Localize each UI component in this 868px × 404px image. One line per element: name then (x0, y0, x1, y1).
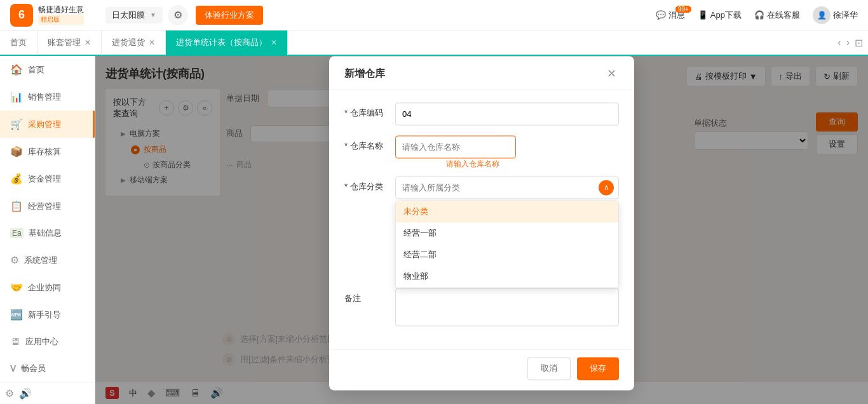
sales-icon: 📊 (10, 91, 23, 103)
avatar: 👤 (813, 6, 831, 24)
operation-icon: 📋 (10, 200, 23, 212)
headset-icon: 🎧 (754, 10, 764, 20)
sidebar-item-home[interactable]: 🏠 首页 (0, 56, 95, 83)
sidebar-label-appcenter: 应用中心 (25, 336, 58, 347)
tab-controls: ‹ › ⊡ (837, 37, 868, 49)
tab-purchase-return-close-icon[interactable]: ✕ (149, 38, 155, 47)
sidebar-label-inventory: 库存核算 (28, 146, 61, 158)
code-input[interactable] (395, 102, 619, 125)
form-row-code: * 仓库编码 (344, 102, 619, 125)
sidebar-item-finance[interactable]: 💰 资金管理 (0, 165, 95, 192)
trial-button[interactable]: 体验行业方案 (196, 6, 263, 25)
tab-purchase-stat-close-icon[interactable]: ✕ (271, 38, 277, 47)
sidebar-sound-icon[interactable]: 🔊 (19, 387, 32, 400)
dropdown-arrow-icon[interactable]: ∧ (599, 180, 614, 195)
purchase-icon: 🛒 (10, 118, 23, 130)
enterprise-icon: 🤝 (10, 281, 23, 293)
guide-icon: 🆕 (10, 309, 23, 321)
modal-title: 新增仓库 (344, 67, 385, 81)
sidebar-item-sales[interactable]: 📊 销售管理 (0, 83, 95, 111)
online-service-item[interactable]: 🎧 在线客服 (754, 10, 800, 21)
modal-body: * 仓库编码 * 仓库名称 请输入仓库名称 * 仓库分类 ∧ (329, 90, 634, 349)
tab-purchase-return[interactable]: 进货退货 ✕ (102, 30, 166, 55)
category-dropdown-list: 未分类 经营一部 经营二部 物业部 (395, 200, 619, 288)
tab-home[interactable]: 首页 (0, 30, 37, 55)
category-label: * 仓库分类 (344, 176, 395, 192)
add-warehouse-modal: 新增仓库 ✕ * 仓库编码 * 仓库名称 请输入仓库名称 (329, 56, 634, 390)
sidebar-item-appcenter[interactable]: 🖥 应用中心 (0, 328, 95, 355)
system-icon: ⚙ (10, 254, 19, 266)
logo-area: 6 畅捷通好生意 精启版 (10, 4, 105, 27)
store-name: 日太阳膜 (112, 10, 145, 21)
save-button[interactable]: 保存 (577, 357, 619, 380)
logo-tag: 精启版 (38, 15, 84, 25)
sidebar-item-system[interactable]: ⚙ 系统管理 (0, 246, 95, 274)
tab-account-close-icon[interactable]: ✕ (85, 38, 91, 47)
finance-icon: 💰 (10, 173, 23, 185)
member-icon: V (10, 363, 16, 374)
sidebar-label-finance: 资金管理 (28, 173, 61, 185)
tab-purchase-stat-label: 进货单统计表（按商品） (176, 37, 267, 48)
modal-footer: 取消 保存 (329, 349, 634, 390)
active-indicator (93, 111, 95, 138)
dropdown-item-dept1[interactable]: 经营一部 (396, 222, 618, 244)
store-arrow-icon: ▼ (150, 11, 156, 18)
app-download-label: App下载 (710, 10, 742, 21)
dropdown-item-property[interactable]: 物业部 (396, 266, 618, 287)
store-selector[interactable]: 日太阳膜 ▼ (105, 7, 163, 24)
category-dropdown-wrapper: ∧ 未分类 经营一部 经营二部 物业部 (395, 176, 619, 199)
sidebar-item-basic[interactable]: Ea 基础信息 (0, 220, 95, 246)
name-input-wrapper: 请输入仓库名称 (395, 135, 619, 158)
tab-purchase-return-label: 进货退货 (112, 37, 145, 48)
code-label: * 仓库编码 (344, 102, 395, 119)
sidebar-item-purchase[interactable]: 🛒 采购管理 (0, 111, 95, 138)
tab-bar: 首页 账套管理 ✕ 进货退货 ✕ 进货单统计表（按商品） ✕ ‹ › ⊡ (0, 30, 868, 56)
app-download-icon: 📱 (698, 10, 708, 20)
top-header: 6 畅捷通好生意 精启版 日太阳膜 ▼ ⚙ 体验行业方案 💬 消息 99+ 📱 … (0, 0, 868, 30)
tab-scroll-left-icon[interactable]: ‹ (837, 37, 841, 48)
tab-account-label: 账套管理 (48, 37, 81, 48)
logo-text-area: 畅捷通好生意 精启版 (38, 5, 84, 25)
tab-maximize-icon[interactable]: ⊡ (855, 37, 863, 49)
sidebar-label-sales: 销售管理 (28, 91, 61, 103)
home-icon: 🏠 (10, 64, 23, 76)
sidebar-settings-icon[interactable]: ⚙ (5, 387, 14, 400)
sidebar: 🏠 首页 📊 销售管理 🛒 采购管理 📦 库存核算 💰 资金管理 📋 经营管理 … (0, 56, 95, 404)
user-item[interactable]: 👤 徐泽华 (813, 6, 858, 24)
main-layout: 🏠 首页 📊 销售管理 🛒 采购管理 📦 库存核算 💰 资金管理 📋 经营管理 … (0, 56, 868, 404)
category-input[interactable] (395, 176, 619, 199)
tab-purchase-stat[interactable]: 进货单统计表（按商品） ✕ (166, 30, 288, 55)
name-input[interactable] (395, 135, 516, 158)
sidebar-label-member: 畅会员 (21, 363, 46, 374)
appcenter-icon: 🖥 (10, 336, 20, 347)
sidebar-item-operation[interactable]: 📋 经营管理 (0, 192, 95, 220)
tab-scroll-right-icon[interactable]: › (846, 37, 850, 48)
content-area: 进货单统计(按商品) 🖨 按模板打印 ▼ ↑ 导出 ↻ 刷新 按以下方案查 (95, 56, 868, 404)
modal-close-button[interactable]: ✕ (604, 66, 619, 81)
sidebar-bottom: ⚙ 🔊 (0, 382, 95, 404)
sidebar-item-member[interactable]: V 畅会员 (0, 355, 95, 382)
app-download-item[interactable]: 📱 App下载 (698, 10, 742, 21)
note-label: 备注 (344, 288, 395, 304)
tab-account[interactable]: 账套管理 ✕ (37, 30, 102, 55)
cancel-button[interactable]: 取消 (527, 357, 571, 380)
form-row-name: * 仓库名称 请输入仓库名称 (344, 135, 619, 158)
sidebar-item-inventory[interactable]: 📦 库存核算 (0, 138, 95, 165)
header-right: 💬 消息 99+ 📱 App下载 🎧 在线客服 👤 徐泽华 (656, 6, 858, 24)
sidebar-label-enterprise: 企业协同 (28, 282, 61, 293)
message-item[interactable]: 💬 消息 99+ (656, 10, 685, 21)
sidebar-item-enterprise[interactable]: 🤝 企业协同 (0, 274, 95, 301)
logo-name: 畅捷通好生意 (38, 5, 84, 15)
user-name: 徐泽华 (833, 10, 858, 21)
form-row-note: 备注 (344, 288, 619, 326)
sidebar-label-purchase: 采购管理 (28, 119, 61, 130)
settings-icon[interactable]: ⚙ (168, 5, 188, 25)
dropdown-item-dept2[interactable]: 经营二部 (396, 244, 618, 266)
name-error-msg: 请输入仓库名称 (446, 159, 499, 170)
message-icon: 💬 (656, 10, 666, 20)
sidebar-item-guide[interactable]: 🆕 新手引导 (0, 301, 95, 328)
sidebar-label-home: 首页 (28, 64, 44, 76)
dropdown-item-uncategorized[interactable]: 未分类 (396, 201, 618, 222)
basic-icon: Ea (10, 228, 24, 238)
note-textarea[interactable] (395, 288, 619, 326)
